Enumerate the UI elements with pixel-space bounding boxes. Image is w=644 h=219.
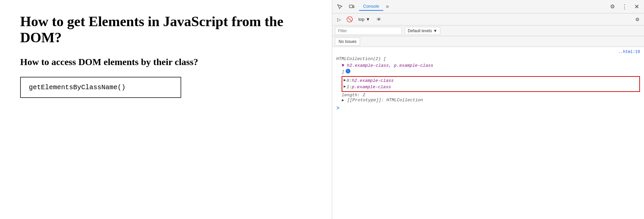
filter-input[interactable] [335,27,402,35]
bracket-close-text: ] [342,69,344,75]
file-reference[interactable]: ..html:19 [336,50,640,54]
collection-items-text: ▼ h2.example-class, p.example-class [342,62,433,69]
close-icon: ✕ [634,3,639,10]
settings-gear-button[interactable]: ⚙ [608,2,617,11]
item-0-line: ▶ 0: h2.example-class [344,77,638,84]
highlighted-items-box: ▶ 0: h2.example-class ▶ 1: p.example-cla… [342,76,640,92]
gear-icon: ⚙ [610,3,615,10]
code-box: getElementsByClassName() [20,77,181,98]
console-prompt[interactable]: > [336,105,640,111]
item-1-expand-arrow[interactable]: ▶ [344,84,346,90]
svg-rect-0 [349,5,353,8]
no-issues-button[interactable]: No Issues [335,38,360,46]
console-output: ..html:19 HTMLCollection(2) [ ▼ h2.examp… [332,47,644,219]
item-0-expand-arrow[interactable]: ▶ [344,77,346,83]
device-toolbar-icon-button[interactable] [347,2,356,11]
more-options-button[interactable]: ⋮ [620,2,629,11]
prototype-line: ▶ [[Prototype]]: HTMLCollection [342,98,640,103]
context-selector-button[interactable]: top ▼ [356,16,372,22]
issues-bar: No Issues [332,36,644,47]
prototype-text: [[Prototype]]: HTMLCollection [347,98,423,103]
eye-icon: 👁 [377,17,381,22]
stop-icon: 🚫 [346,16,353,22]
item-0-index: 0: [347,77,352,84]
item-1-index: 1: [347,84,352,91]
main-title: How to get Elements in JavaScript from t… [20,13,312,46]
default-levels-dropdown-icon: ▼ [433,29,437,33]
console-play-button[interactable]: ▷ [335,15,343,23]
console-settings-button[interactable]: ⚙ [633,15,641,23]
inspect-icon-button[interactable] [335,2,344,11]
prototype-expand-arrow[interactable]: ▶ [342,98,344,102]
devtools-topbar: Console » ⚙ ⋮ ✕ [332,0,644,13]
svg-rect-1 [353,6,354,8]
length-line: length: 2 [342,93,640,98]
item-0-value: h2.example-class [352,77,394,84]
device-icon [349,4,354,9]
content-area: How to get Elements in JavaScript from t… [0,0,332,219]
console-stop-button[interactable]: 🚫 [346,15,354,23]
console-gear-icon: ⚙ [635,17,640,22]
context-dropdown-icon: ▼ [366,17,370,22]
close-devtools-button[interactable]: ✕ [632,2,641,11]
inspect-icon [337,4,342,9]
collection-items-line: ▼ h2.example-class, p.example-class [342,62,640,69]
more-vert-icon: ⋮ [622,4,628,10]
collection-header-line: HTMLCollection(2) [ [336,56,640,62]
bracket-close-line: ] i [342,69,640,75]
sub-title: How to access DOM elements by their clas… [20,57,312,67]
live-expressions-button[interactable]: 👁 [375,15,383,23]
default-levels-label: Default levels [408,29,432,33]
context-label: top [358,17,364,22]
console-tab[interactable]: Console [359,2,383,11]
item-1-value: p.example-class [352,84,391,91]
info-icon[interactable]: i [346,69,350,73]
devtools-panel: Console » ⚙ ⋮ ✕ ▷ 🚫 top ▼ 👁 ⚙ [332,0,644,219]
more-tabs-icon[interactable]: » [386,4,389,10]
console-toolbar: ▷ 🚫 top ▼ 👁 ⚙ [332,13,644,25]
collection-header-text: HTMLCollection(2) [ [336,56,386,62]
default-levels-button[interactable]: Default levels ▼ [405,27,440,35]
item-1-line: ▶ 1: p.example-class [344,84,638,91]
play-icon: ▷ [337,17,341,22]
filter-bar: Default levels ▼ [332,25,644,36]
